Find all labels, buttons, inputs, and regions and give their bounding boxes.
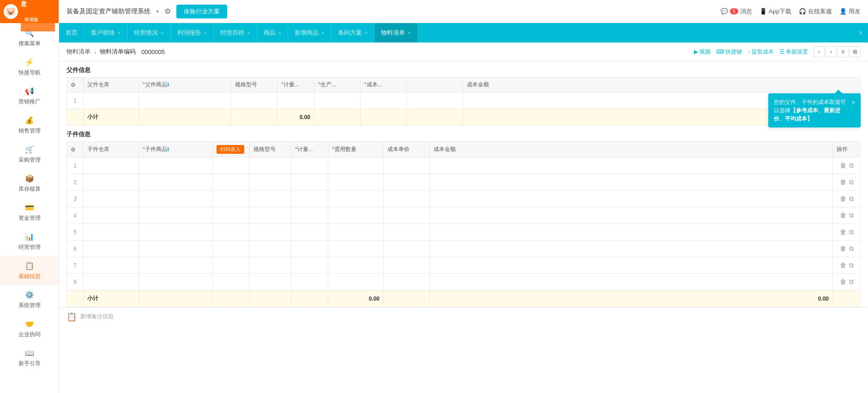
extract-cost-button[interactable]: ↑ 提取成本: [747, 48, 774, 56]
child-row1-qty[interactable]: [328, 157, 384, 174]
child-row5-spec[interactable]: [250, 224, 291, 241]
tab-home[interactable]: 首页: [59, 23, 84, 42]
parent-row1-prod[interactable]: [314, 92, 361, 109]
child-row2-qty[interactable]: [328, 174, 384, 191]
view-video-button[interactable]: ▶ 视频: [694, 48, 711, 56]
user-item[interactable]: 👤 用友: [839, 7, 861, 16]
child-row1-warehouse[interactable]: [84, 157, 139, 174]
tab-newproduct[interactable]: 新增商品 ×: [288, 23, 331, 42]
tab-operation[interactable]: 经营情况 ×: [127, 23, 170, 42]
child-row6-unit-cost[interactable]: [384, 241, 430, 257]
child-row1-unit[interactable]: [291, 157, 328, 174]
shortcut-button[interactable]: ⌨ 快捷键: [716, 48, 742, 56]
copy-icon-8[interactable]: ⧉: [849, 278, 854, 286]
child-row5-warehouse[interactable]: [84, 224, 139, 241]
prev-button[interactable]: ‹: [814, 46, 825, 57]
tab-profit[interactable]: 利润报告 ×: [171, 23, 214, 42]
app-download-item[interactable]: 📱 App下载: [760, 7, 791, 16]
child-row4-spec[interactable]: [250, 207, 291, 224]
child-row8-spec[interactable]: [250, 274, 291, 290]
child-row3-qty[interactable]: [328, 191, 384, 207]
child-row3-unit-cost[interactable]: [384, 191, 430, 207]
parent-col-settings[interactable]: ⚙: [67, 78, 84, 92]
child-row1-product[interactable]: [139, 157, 213, 174]
settings-gear-icon[interactable]: ⚙: [164, 7, 171, 16]
child-row7-unit[interactable]: [291, 257, 328, 274]
delete-icon-8[interactable]: 🗑: [840, 278, 846, 286]
sidebar-item-operation[interactable]: 📊 经营管理: [0, 227, 59, 256]
child-row1-unit-cost[interactable]: [384, 157, 430, 174]
child-row7-warehouse[interactable]: [84, 257, 139, 274]
parent-row1-cost[interactable]: [361, 92, 407, 109]
sidebar-item-collab[interactable]: 🤝 企业协同: [0, 314, 59, 343]
copy-icon-1[interactable]: ⧉: [849, 162, 854, 169]
child-row4-warehouse[interactable]: [84, 207, 139, 224]
copy-icon-5[interactable]: ⧉: [849, 228, 854, 236]
child-row2-spec[interactable]: [250, 174, 291, 191]
child-row6-qty[interactable]: [328, 241, 384, 257]
trial-button[interactable]: 体验行业方案: [176, 5, 227, 18]
sidebar-item-finance[interactable]: 💳 资金管理: [0, 198, 59, 227]
child-row1-spec[interactable]: [250, 157, 291, 174]
child-col-scan[interactable]: 扫码录入: [213, 142, 250, 157]
child-row7-product[interactable]: [139, 257, 213, 274]
sidebar-item-quicknav[interactable]: ⚡ 快捷导航: [0, 52, 59, 81]
single-setting-button[interactable]: ☰ 单据设置: [779, 48, 808, 56]
delete-icon-6[interactable]: 🗑: [840, 245, 846, 253]
child-row8-qty[interactable]: [328, 274, 384, 290]
child-row8-unit[interactable]: [291, 274, 328, 290]
delete-icon-4[interactable]: 🗑: [840, 212, 846, 219]
child-row6-warehouse[interactable]: [84, 241, 139, 257]
child-row4-product[interactable]: [139, 207, 213, 224]
tab-newproduct-close-icon[interactable]: ×: [321, 30, 324, 36]
sidebar-item-sales[interactable]: 💰 销售管理: [0, 110, 59, 139]
tab-bom[interactable]: 物料清单 ×: [374, 23, 417, 42]
tab-operation-close-icon[interactable]: ×: [161, 30, 163, 36]
delete-icon-7[interactable]: 🗑: [840, 261, 846, 269]
child-row3-unit[interactable]: [291, 191, 328, 207]
child-row2-unit[interactable]: [291, 174, 328, 191]
tab-barcode[interactable]: 条码方案 ×: [332, 23, 374, 42]
child-row5-unit[interactable]: [291, 224, 328, 241]
list-view-button[interactable]: ≡: [838, 46, 849, 57]
child-row8-warehouse[interactable]: [84, 274, 139, 290]
delete-icon-1[interactable]: 🗑: [840, 162, 846, 169]
sidebar-item-purchase[interactable]: 🛒 采购管理: [0, 139, 59, 169]
grid-view-button[interactable]: ⊞: [850, 46, 861, 57]
sidebar-item-marketing[interactable]: 📢 营销推广: [0, 81, 59, 110]
parent-row1-product[interactable]: [139, 92, 231, 109]
copy-icon-7[interactable]: ⧉: [849, 261, 854, 269]
delete-icon-3[interactable]: 🗑: [840, 195, 846, 203]
close-all-tabs-button[interactable]: ×: [853, 23, 868, 42]
child-row6-product[interactable]: [139, 241, 213, 257]
copy-icon-4[interactable]: ⧉: [849, 212, 854, 219]
sidebar-item-guide[interactable]: 📖 新手引导: [0, 343, 59, 372]
parent-row1-spec[interactable]: [231, 92, 277, 109]
child-row5-qty[interactable]: [328, 224, 384, 241]
child-row8-product[interactable]: [139, 274, 213, 290]
footer-text[interactable]: 新增备注信息: [80, 313, 114, 320]
delete-icon-5[interactable]: 🗑: [840, 228, 846, 236]
online-service-item[interactable]: 🎧 在线客服: [799, 7, 832, 16]
tab-customer-close-icon[interactable]: ×: [118, 30, 121, 36]
tab-history-close-icon[interactable]: ×: [247, 30, 250, 36]
child-row3-product[interactable]: [139, 191, 213, 207]
message-badge-item[interactable]: 💬 6 消息: [721, 7, 752, 16]
copy-icon-6[interactable]: ⧉: [849, 245, 854, 253]
child-col-settings[interactable]: ⚙: [67, 142, 84, 157]
sidebar-item-inventory[interactable]: 📦 库存核算: [0, 169, 59, 198]
child-row4-qty[interactable]: [328, 207, 384, 224]
child-row2-unit-cost[interactable]: [384, 174, 430, 191]
tab-bom-close-icon[interactable]: ×: [408, 30, 410, 36]
sidebar-item-system[interactable]: ⚙️ 系统管理: [0, 285, 59, 314]
child-row5-product[interactable]: [139, 224, 213, 241]
parent-row1-unit[interactable]: [277, 92, 314, 109]
tab-customer[interactable]: 客户联络 ×: [84, 23, 127, 42]
copy-icon-2[interactable]: ⧉: [849, 178, 854, 186]
tab-product-close-icon[interactable]: ×: [278, 30, 281, 36]
child-row3-warehouse[interactable]: [84, 191, 139, 207]
child-row8-unit-cost[interactable]: [384, 274, 430, 290]
delete-icon-2[interactable]: 🗑: [840, 178, 846, 186]
tab-barcode-close-icon[interactable]: ×: [365, 30, 368, 36]
child-row4-unit[interactable]: [291, 207, 328, 224]
